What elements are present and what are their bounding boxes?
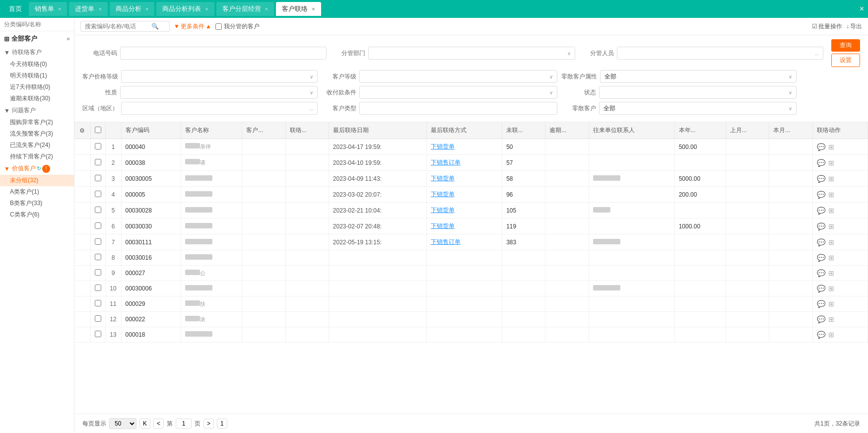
sidebar-group-value[interactable]: ▼ 价值客户 ↻ ! [0, 162, 74, 175]
col-this-month[interactable]: 本月... [769, 122, 812, 139]
grid-action-icon[interactable]: ⊞ [828, 175, 834, 183]
chat-action-icon[interactable]: 💬 [817, 315, 825, 323]
next-page-button[interactable]: > [203, 419, 214, 429]
chat-action-icon[interactable]: 💬 [817, 222, 825, 230]
col-settings[interactable]: ⚙ [74, 122, 90, 139]
sidebar-item-week[interactable]: 近7天待联络(0) [0, 81, 74, 93]
sidebar-item-declining[interactable]: 持续下滑客户(2) [0, 151, 74, 162]
sidebar-search-input[interactable] [4, 21, 74, 28]
row-checkbox[interactable] [95, 300, 101, 306]
col-name[interactable]: 客户名称 [181, 122, 242, 139]
row-checkbox[interactable] [95, 285, 101, 291]
col-last-method[interactable]: 最后联络方式 [426, 122, 502, 139]
filter-region-select[interactable]: ... [121, 102, 318, 115]
grid-action-icon[interactable]: ⊞ [828, 269, 834, 277]
col-contact-person[interactable]: 往来单位联系人 [589, 122, 674, 139]
cell-last-method[interactable] [426, 281, 502, 296]
grid-action-icon[interactable]: ⊞ [828, 222, 834, 230]
col-last-date[interactable]: 最后联络日期 [329, 122, 426, 139]
grid-action-icon[interactable]: ⊞ [828, 207, 834, 215]
cell-last-method[interactable]: 下销货单 [426, 203, 502, 218]
col-overdue[interactable]: 逾期... [545, 122, 589, 139]
cell-last-method[interactable]: 下销货单 [426, 171, 502, 187]
chat-action-icon[interactable]: 💬 [817, 175, 825, 183]
cell-last-method[interactable]: 下销售订单 [426, 234, 502, 250]
filter-retail-attr-select[interactable]: 全部 ∨ [600, 70, 797, 83]
nav-tab-product-analysis[interactable]: 商品分析 × [110, 2, 154, 16]
main-search-icon[interactable]: 🔍 [151, 23, 159, 30]
sidebar-all-customers[interactable]: ⊞ 全部客户 « [0, 31, 74, 46]
chat-action-icon[interactable]: 💬 [817, 285, 825, 292]
sidebar-collapse-button[interactable]: « [67, 35, 70, 42]
more-conditions-button[interactable]: ▼ 更多条件 ▲ [174, 22, 211, 31]
row-checkbox[interactable] [95, 207, 101, 213]
close-purchase-icon[interactable]: × [98, 6, 101, 12]
close-customer-contact-icon[interactable]: × [312, 6, 315, 12]
grid-action-icon[interactable]: ⊞ [828, 191, 834, 199]
filter-dept-select[interactable]: ∨ [368, 47, 575, 60]
cell-last-method[interactable] [426, 250, 502, 266]
grid-action-icon[interactable]: ⊞ [828, 315, 834, 323]
grid-action-icon[interactable]: ⊞ [828, 331, 834, 339]
close-all-tabs-button[interactable]: × [860, 4, 864, 13]
chat-action-icon[interactable]: 💬 [817, 159, 825, 167]
col-uncontacted[interactable]: 未联... [502, 122, 545, 139]
search-button[interactable]: 查询 [831, 39, 860, 52]
close-product-list-icon[interactable]: × [205, 6, 208, 12]
col-action[interactable]: 联络动作 [812, 122, 868, 139]
sidebar-item-churned[interactable]: 已流失客户(24) [0, 140, 74, 151]
sidebar-item-overdue[interactable]: 逾期未联络(30) [0, 93, 74, 104]
row-checkbox[interactable] [95, 315, 101, 322]
prev-page-button[interactable]: < [153, 419, 164, 429]
filter-customer-level-select[interactable]: ∨ [359, 70, 557, 83]
sidebar-item-a-class[interactable]: A类客户(1) [0, 186, 74, 198]
close-customer-tier-icon[interactable]: × [265, 6, 268, 12]
last-page-button[interactable]: 1 [217, 419, 227, 429]
chat-action-icon[interactable]: 💬 [817, 300, 825, 308]
select-all-checkbox[interactable] [95, 127, 101, 133]
refresh-icon[interactable]: ↻ [37, 165, 41, 172]
grid-action-icon[interactable]: ⊞ [828, 159, 834, 167]
nav-tab-purchase[interactable]: 进货单 × [69, 2, 107, 16]
batch-operation-button[interactable]: ☑ 批量操作 [812, 22, 842, 31]
cell-last-method[interactable] [426, 296, 502, 312]
grid-action-icon[interactable]: ⊞ [828, 143, 834, 151]
col-contact[interactable]: 联络... [285, 122, 329, 139]
sidebar-item-ungroup[interactable]: 未分组(32) [0, 175, 74, 186]
filter-retail-select[interactable]: 全部 ∨ [599, 102, 797, 115]
row-checkbox[interactable] [95, 143, 101, 149]
nav-home-tab[interactable]: 首页 [4, 4, 27, 13]
row-checkbox[interactable] [95, 222, 101, 229]
close-product-analysis-icon[interactable]: × [145, 6, 148, 12]
row-checkbox[interactable] [95, 191, 101, 197]
col-type[interactable]: 客户... [242, 122, 285, 139]
sidebar-item-b-class[interactable]: B类客户(33) [0, 198, 74, 209]
my-customers-checkbox[interactable]: 我分管的客户 [215, 22, 260, 31]
sidebar-item-churn-warning[interactable]: 流失预警客户(3) [0, 128, 74, 140]
sidebar-item-abnormal[interactable]: 囤购异常客户(2) [0, 117, 74, 128]
col-code[interactable]: 客户编码 [121, 122, 181, 139]
chat-action-icon[interactable]: 💬 [817, 238, 825, 246]
my-customers-check[interactable] [215, 23, 222, 30]
chat-action-icon[interactable]: 💬 [817, 269, 825, 277]
grid-action-icon[interactable]: ⊞ [828, 254, 834, 262]
grid-action-icon[interactable]: ⊞ [828, 300, 834, 308]
row-checkbox[interactable] [95, 175, 101, 181]
row-checkbox[interactable] [95, 269, 101, 276]
page-number-input[interactable] [176, 419, 192, 429]
filter-status-select[interactable]: ∨ [599, 86, 797, 99]
chat-action-icon[interactable]: 💬 [817, 207, 825, 215]
sidebar-group-pending[interactable]: ▼ 待联络客户 [0, 46, 74, 59]
export-button[interactable]: ↓ 导出 [846, 22, 862, 31]
col-last-month[interactable]: 上月... [726, 122, 769, 139]
first-page-button[interactable]: K [139, 419, 150, 429]
cell-last-method[interactable]: 下销售订单 [426, 155, 502, 171]
filter-payment-select[interactable]: ∨ [359, 86, 557, 99]
filter-manager-select[interactable]: ... [617, 47, 823, 60]
chat-action-icon[interactable]: 💬 [817, 191, 825, 199]
row-checkbox[interactable] [95, 331, 101, 337]
sidebar-group-problem[interactable]: ▼ 问题客户 [0, 104, 74, 117]
page-size-select[interactable]: 50 100 [109, 418, 136, 429]
nav-tab-customer-contact[interactable]: 客户联络 × [276, 2, 321, 16]
nav-tab-product-list[interactable]: 商品分析列表 × [156, 2, 214, 16]
